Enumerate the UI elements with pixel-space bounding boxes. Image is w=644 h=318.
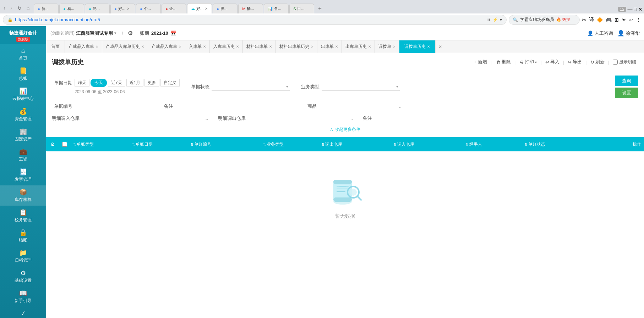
export-btn[interactable]: ↪ 导出 [566,57,584,67]
th-status[interactable]: ⇅ 单账状态 [522,141,594,147]
status-select-wrapper[interactable]: ▾ [212,83,290,91]
close-window-btn[interactable]: ✕ [638,6,643,12]
company-selector[interactable]: (勿删勿禁用) 江西服宝测试专用 ▾ [50,30,116,37]
print-btn[interactable]: 🖨 打印 ▾ [517,57,539,67]
more-date-btn[interactable]: 更多 [144,79,159,87]
select-all-checkbox[interactable] [62,142,67,147]
th-handler[interactable]: ⇅ 经手人 [463,141,522,147]
close-icon-tab1[interactable]: ✕ [95,45,98,49]
page-tab-mat-out-history[interactable]: 材料出库单历史 ✕ [276,40,317,53]
sidebar-item-inventory[interactable]: 📦 库存核算 [0,185,46,206]
forward-btn[interactable]: › [8,4,14,12]
collapse-btn[interactable]: ∧ 收起更多条件 [330,127,360,133]
home-btn[interactable]: ⌂ [24,5,32,12]
close-icon-tab4[interactable]: ✕ [203,45,206,49]
page-tab-in-order[interactable]: 入库单 ✕ [185,40,210,53]
sidebar-item-ledger[interactable]: 📒 总账 [0,64,46,84]
close-icon-tab11[interactable]: ✕ [427,45,430,49]
sidebar-item-guide[interactable]: 📖 新手引导 [0,286,46,307]
import-btn[interactable]: ↩ 导入 [543,57,562,67]
sidebar-item-member[interactable]: ✓ 畅会员 [0,307,46,318]
close-icon-tab2[interactable]: ✕ [141,45,144,49]
close-icon-tab7[interactable]: ✕ [311,45,313,49]
biz-type-select-wrapper[interactable]: ▾ [322,83,400,91]
th-biz[interactable]: ⇅ 业务类型 [260,141,319,147]
tab-9[interactable]: M畅... [238,4,263,13]
th-settings[interactable]: ⚙ [46,141,59,147]
sidebar-item-tax[interactable]: 📋 税务管理 [0,206,46,226]
browser-menu-icon[interactable]: ⠿ [487,17,490,22]
detail-out-input[interactable] [248,115,347,122]
filter-settings-btn[interactable]: 设置 [615,88,638,98]
goods-ellipsis[interactable]: ... [399,104,403,109]
sidebar-item-funds[interactable]: 💰 资金管理 [0,105,46,125]
dropdown-icon[interactable]: ▾ [500,17,502,22]
tab-8[interactable]: ●腾... [213,4,238,13]
translate-icon[interactable]: 译 [589,17,594,23]
address-bar[interactable]: 🔒 https://cloud.chanjet.com/accounting/u… [3,15,507,25]
back-btn[interactable]: ‹ [1,4,7,12]
page-tab-transfer[interactable]: 调拨单 ✕ [375,40,399,53]
th-in[interactable]: ⇅ 调入仓库 [391,141,463,147]
tab-10[interactable]: 📊各... [264,4,289,13]
detail-remark-input[interactable] [374,115,466,122]
search-box[interactable]: 🔍 学霸应聘场驱鸟员 🔥 热搜 [509,15,580,25]
close-all-btn[interactable]: ✕ [435,40,445,53]
extension-icon1[interactable]: 🔶 [597,17,603,23]
close-icon-tab9[interactable]: ✕ [368,45,371,49]
yesterday-btn[interactable]: 昨天 [75,79,89,87]
status-select[interactable] [212,83,290,90]
grid-icon[interactable]: ⊞ [615,17,619,23]
sidebar-item-invoice[interactable]: 🧾 发票管理 [0,165,46,185]
minimize-btn[interactable]: — [628,6,633,12]
new-tab-btn[interactable]: ＋ [315,5,325,12]
more-icon[interactable]: ⋮ [636,17,641,23]
th-date[interactable]: ⇅ 单账日期 [129,141,188,147]
th-checkbox[interactable] [59,142,70,147]
show-cols-checkbox[interactable] [613,60,618,65]
th-num[interactable]: ⇅ 单账编号 [188,141,260,147]
close-icon-tab6[interactable]: ✕ [269,45,272,49]
page-tab-out-order[interactable]: 出库单 ✕ [317,40,342,53]
print-dropdown-icon[interactable]: ▾ [535,60,537,64]
tab-4[interactable]: ●好...✕ [110,4,135,13]
page-tab-product-in[interactable]: 产成品入库单 ✕ [65,40,102,53]
1month-btn[interactable]: 近1月 [126,79,144,87]
tab-5[interactable]: ●个... [136,4,161,13]
remark-input[interactable] [175,102,296,110]
sidebar-item-wages[interactable]: 💼 工资 [0,145,46,165]
scissors-icon[interactable]: ✂ [582,17,586,23]
today-btn[interactable]: 今天 [91,79,107,87]
add-company-btn[interactable]: ＋ [119,29,125,37]
maximize-btn[interactable]: □ [634,6,637,12]
biz-type-select[interactable] [322,83,400,90]
calendar-icon[interactable]: 📅 [170,30,176,36]
query-btn[interactable]: 查询 [615,76,638,86]
service-btn[interactable]: 👤 人工咨询 [587,30,613,37]
sidebar-item-archive[interactable]: 📁 归档管理 [0,246,46,266]
sidebar-item-close[interactable]: 🔒 结账 [0,226,46,246]
settings-gear-icon[interactable]: ⚙ [128,30,133,37]
close-icon-tab3[interactable]: ✕ [179,45,181,49]
sidebar-item-basic[interactable]: ⚙ 基础设置 [0,266,46,286]
brightness-icon[interactable]: ☀ [622,17,626,23]
tab-6[interactable]: ●企... [162,4,186,13]
page-tab-mat-out[interactable]: 材料出库单 ✕ [243,40,276,53]
th-type[interactable]: ⇅ 单账类型 [70,141,129,147]
tab-2[interactable]: ●易... [59,4,84,13]
custom-date-btn[interactable]: 自定义 [160,79,180,87]
page-tab-in-history[interactable]: 入库单历史 ✕ [210,40,243,53]
page-tab-transfer-history-active[interactable]: 调拨单历史 ✕ [399,40,435,53]
page-tab-out-history[interactable]: 出库单历史 ✕ [342,40,375,53]
detail-out-ellipsis[interactable]: ... [349,116,353,121]
delete-btn[interactable]: 🗑 删除 [494,57,513,67]
close-icon-tab10[interactable]: ✕ [393,45,395,49]
sidebar-item-reports[interactable]: 📊 云报表中心 [0,84,46,105]
refresh-page-btn[interactable]: ↻ 刷新 [588,57,607,67]
sidebar-item-assets[interactable]: 🏢 固定资产 [0,125,46,145]
th-out[interactable]: ⇅ 调出仓库 [319,141,391,147]
detail-in-input[interactable] [82,115,202,122]
tab-1[interactable]: ●新... [34,4,59,13]
order-num-input[interactable] [75,102,153,110]
close-icon-tab5[interactable]: ✕ [236,45,239,49]
